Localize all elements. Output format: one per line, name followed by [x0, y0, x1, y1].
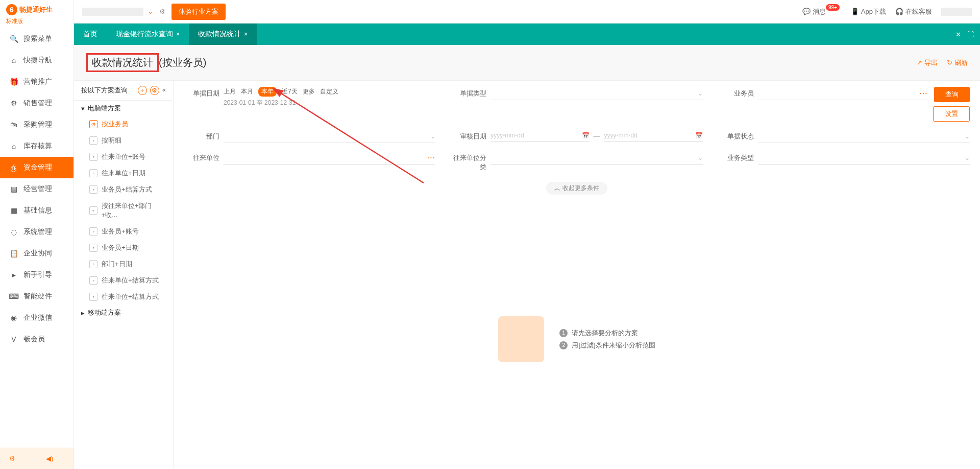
scheme-item-0-10[interactable]: ▫往来单位+结算方式 [74, 289, 173, 305]
date-quick-4[interactable]: 更多 [303, 87, 315, 96]
filter-audit-label: 审核日期 [451, 130, 486, 141]
scheme-panel: 按以下方案查询 + ⚙ « ▾电脑端方案◔按业务员▫按明细▫往来单位+账号▫往来… [74, 81, 174, 469]
gear-icon[interactable]: ⚙ [159, 8, 165, 15]
step-2-num: 2 [559, 341, 568, 349]
date-ph: yyyy-mm-dd [491, 132, 524, 139]
filter-date-label: 单据日期 [184, 87, 219, 98]
close-icon[interactable]: × [176, 31, 180, 38]
user-placeholder[interactable] [941, 8, 972, 16]
title-highlight: 收款情况统计 [86, 53, 159, 72]
fullscreen-icon[interactable]: ⛶ [967, 31, 974, 38]
system-icon: ◌ [9, 227, 18, 237]
nav-label: 库存核算 [23, 142, 52, 151]
nav-item-11[interactable]: ▸新手引导 [0, 264, 74, 286]
nav-item-2[interactable]: 🎁营销推广 [0, 71, 74, 92]
close-icon[interactable]: × [244, 31, 248, 38]
nav-item-0[interactable]: 🔍搜索菜单 [0, 28, 74, 50]
page-header: 收款情况统计(按业务员) ↗导出 ↻刷新 [74, 45, 980, 81]
experience-button[interactable]: 体验行业方案 [172, 4, 226, 20]
scheme-item-0-6[interactable]: ▫业务员+账号 [74, 223, 173, 240]
chevron-up-icon: ︽ [554, 184, 560, 193]
date-quick-2[interactable]: 本年 [258, 87, 277, 97]
scheme-icon: ▫ [89, 276, 97, 285]
topbar: ⌄ ⚙ 体验行业方案 💬 消息 99+ 📱 App下载 🎧 在线客服 [74, 0, 980, 24]
nav-item-3[interactable]: ⚙销售管理 [0, 92, 74, 114]
service-link[interactable]: 🎧 在线客服 [895, 7, 932, 16]
filter-biz-type-label: 业务类型 [718, 151, 754, 162]
tab-1[interactable]: 现金银行流水查询× [107, 24, 189, 45]
date-quick-1[interactable]: 本月 [241, 87, 253, 96]
query-button[interactable]: 查询 [934, 87, 970, 102]
refresh-action[interactable]: ↻刷新 [947, 58, 968, 67]
scheme-label: 业务员+日期 [102, 243, 139, 252]
tab-0[interactable]: 首页 [74, 24, 107, 45]
doc-type-select[interactable]: ⌄ [491, 87, 702, 100]
gear-icon[interactable]: ⚙ [9, 455, 15, 462]
salesman-select[interactable]: ··· [758, 87, 928, 100]
company-name-placeholder [82, 8, 143, 16]
dept-select[interactable]: ⌄ [224, 130, 435, 143]
scheme-item-0-5[interactable]: ▫按往来单位+部门+收... [74, 198, 173, 223]
nav-item-12[interactable]: ⌨智能硬件 [0, 286, 74, 307]
tab-2[interactable]: 收款情况统计× [189, 24, 257, 45]
scheme-item-0-2[interactable]: ▫往来单位+账号 [74, 149, 173, 165]
status-select[interactable]: ⌄ [758, 130, 970, 143]
date-quick-picker[interactable]: 上月本月本年近7天更多自定义 [224, 87, 435, 97]
nav-item-7[interactable]: ▤经营管理 [0, 178, 74, 200]
nav-item-1[interactable]: ⌂快捷导航 [0, 50, 74, 71]
scheme-item-0-4[interactable]: ▫业务员+结算方式 [74, 181, 173, 198]
date-range-text: 2023-01-01 至 2023-12-31 [224, 99, 435, 107]
chevron-down-icon: ⌄ [698, 154, 703, 161]
collapse-left-icon[interactable]: « [162, 86, 166, 95]
unit-select[interactable]: ··· [224, 151, 435, 165]
nav-item-10[interactable]: 📋企业协同 [0, 243, 74, 264]
nav-item-9[interactable]: ◌系统管理 [0, 221, 74, 243]
brand-icon: 6 [6, 4, 17, 15]
tabs-bar: 首页现金银行流水查询×收款情况统计× ✕ ⛶ [74, 24, 980, 45]
nav-label: 搜索菜单 [23, 34, 52, 43]
messages-label: 消息 [813, 7, 826, 16]
audit-date-to[interactable]: yyyy-mm-dd📅 [604, 130, 703, 142]
scheme-item-0-9[interactable]: ▫往来单位+结算方式 [74, 272, 173, 289]
unit-cat-select[interactable]: ⌄ [491, 151, 702, 165]
collapse-conditions[interactable]: ︽ 收起更多条件 [546, 182, 607, 195]
scheme-item-0-7[interactable]: ▫业务员+日期 [74, 240, 173, 256]
date-quick-3[interactable]: 近7天 [282, 87, 298, 96]
logo: 6 畅捷通好生 [0, 0, 74, 19]
scheme-item-0-8[interactable]: ▫部门+日期 [74, 256, 173, 272]
brand-name: 畅捷通好生 [19, 5, 53, 14]
tab-close-all-icon[interactable]: ✕ [955, 31, 961, 38]
scheme-item-0-1[interactable]: ▫按明细 [74, 132, 173, 149]
filter-unit-cat-label: 往来单位分类 [451, 151, 486, 172]
scheme-group-0[interactable]: ▾电脑端方案 [74, 101, 173, 116]
nav-item-8[interactable]: ▦基础信息 [0, 200, 74, 221]
company-selector[interactable]: ⌄ [82, 8, 153, 16]
scheme-label: 往来单位+结算方式 [102, 276, 159, 285]
wechat-icon: ◉ [9, 313, 18, 322]
scheme-label: 业务员+结算方式 [102, 185, 152, 194]
nav-item-14[interactable]: V畅会员 [0, 329, 74, 350]
scheme-item-0-0[interactable]: ◔按业务员 [74, 116, 173, 132]
audit-date-from[interactable]: yyyy-mm-dd📅 [491, 130, 589, 142]
nav-item-13[interactable]: ◉企业微信 [0, 307, 74, 329]
date-quick-5[interactable]: 自定义 [320, 87, 338, 96]
date-quick-0[interactable]: 上月 [224, 87, 236, 96]
sound-icon[interactable]: ◀) [46, 455, 53, 462]
messages-link[interactable]: 💬 消息 99+ [802, 7, 842, 16]
export-action[interactable]: ↗导出 [917, 58, 938, 67]
chevron-down-icon: ⌄ [965, 154, 970, 161]
scheme-group-1[interactable]: ▸移动端方案 [74, 305, 173, 320]
download-link[interactable]: 📱 App下载 [851, 7, 886, 16]
nav-item-6[interactable]: ௹资金管理 [0, 157, 74, 178]
refresh-label: 刷新 [954, 58, 968, 67]
scheme-label: 按业务员 [102, 120, 128, 129]
add-scheme-icon[interactable]: + [138, 86, 147, 95]
nav-list: 🔍搜索菜单⌂快捷导航🎁营销推广⚙销售管理🛍采购管理⌂库存核算௹资金管理▤经营管理… [0, 28, 74, 448]
scheme-item-0-3[interactable]: ▫往来单位+日期 [74, 165, 173, 181]
scheme-settings-icon[interactable]: ⚙ [150, 86, 159, 95]
settings-button[interactable]: 设置 [933, 106, 970, 122]
hardware-icon: ⌨ [9, 292, 18, 301]
nav-item-4[interactable]: 🛍采购管理 [0, 114, 74, 135]
nav-item-5[interactable]: ⌂库存核算 [0, 135, 74, 157]
biz-type-select[interactable]: ⌄ [758, 151, 970, 165]
